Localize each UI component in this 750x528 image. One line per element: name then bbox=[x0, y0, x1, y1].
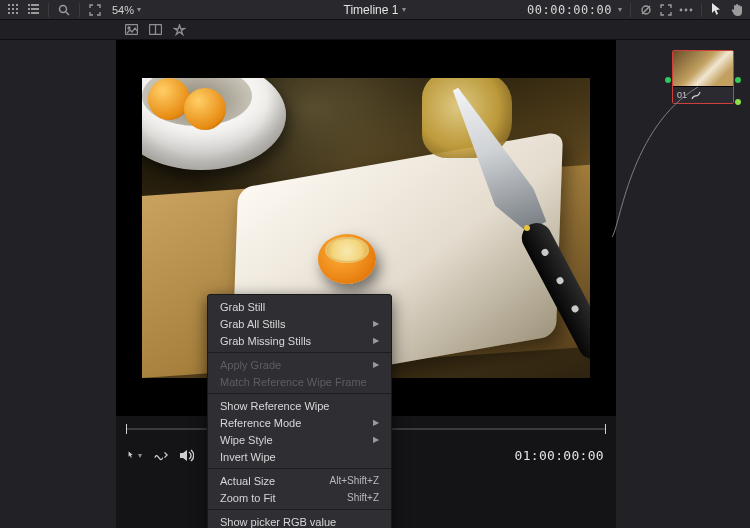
chevron-down-icon: ▾ bbox=[402, 5, 406, 14]
svg-line-16 bbox=[66, 12, 69, 15]
node-curve-icon bbox=[691, 91, 701, 100]
list-view-icon[interactable] bbox=[26, 3, 40, 17]
submenu-arrow-icon: ▶ bbox=[373, 319, 379, 328]
zoom-level[interactable]: 54% ▾ bbox=[112, 4, 141, 16]
menu-reference-mode[interactable]: Reference Mode▶ bbox=[208, 414, 391, 431]
svg-rect-12 bbox=[31, 4, 39, 6]
hand-tool-icon[interactable] bbox=[730, 3, 744, 17]
shortcut-label: Shift+Z bbox=[347, 492, 379, 503]
svg-point-15 bbox=[60, 5, 67, 12]
expand-icon[interactable] bbox=[659, 3, 673, 17]
menu-invert-wipe[interactable]: Invert Wipe bbox=[208, 448, 391, 465]
svg-rect-8 bbox=[16, 12, 18, 14]
chevron-down-icon[interactable]: ▾ bbox=[618, 5, 622, 14]
submenu-arrow-icon: ▶ bbox=[373, 360, 379, 369]
menu-zoom-to-fit[interactable]: Zoom to FitShift+Z bbox=[208, 489, 391, 506]
more-icon[interactable] bbox=[679, 3, 693, 17]
svg-rect-11 bbox=[28, 12, 30, 14]
svg-point-23 bbox=[128, 27, 130, 29]
node-input-dot[interactable] bbox=[665, 77, 671, 83]
source-timecode[interactable]: 01:00:00:00 bbox=[515, 448, 604, 463]
node-link-line bbox=[670, 87, 672, 287]
svg-rect-1 bbox=[12, 4, 14, 6]
search-icon[interactable] bbox=[57, 3, 71, 17]
left-gutter bbox=[0, 40, 116, 528]
chevron-down-icon: ▾ bbox=[138, 451, 142, 460]
svg-point-19 bbox=[680, 8, 683, 11]
menu-apply-grade: Apply Grade▶ bbox=[208, 356, 391, 373]
image-wipe-icon[interactable] bbox=[124, 23, 138, 37]
unmix-icon[interactable] bbox=[154, 448, 168, 462]
submenu-arrow-icon: ▶ bbox=[373, 418, 379, 427]
svg-rect-9 bbox=[28, 4, 30, 6]
menu-match-reference: Match Reference Wipe Frame bbox=[208, 373, 391, 390]
chevron-down-icon: ▾ bbox=[137, 5, 141, 14]
audio-icon[interactable] bbox=[180, 448, 194, 462]
node-key-output-dot[interactable] bbox=[735, 99, 741, 105]
menu-grab-all-stills[interactable]: Grab All Stills▶ bbox=[208, 315, 391, 332]
svg-rect-7 bbox=[12, 12, 14, 14]
menu-show-picker-rgb[interactable]: Show picker RGB value bbox=[208, 513, 391, 528]
svg-rect-14 bbox=[31, 12, 39, 14]
svg-point-21 bbox=[690, 8, 693, 11]
node-preview bbox=[673, 51, 733, 87]
shortcut-label: Alt+Shift+Z bbox=[330, 475, 379, 486]
node-graph[interactable]: 01 bbox=[616, 40, 750, 528]
fit-icon[interactable] bbox=[88, 3, 102, 17]
grid-view-icon[interactable] bbox=[6, 3, 20, 17]
svg-point-20 bbox=[685, 8, 688, 11]
qualifier-picker-icon[interactable]: ▾ bbox=[128, 448, 142, 462]
split-view-icon[interactable] bbox=[148, 23, 162, 37]
menu-grab-still[interactable]: Grab Still bbox=[208, 298, 391, 315]
viewer-timecode[interactable]: 00:00:00:00 bbox=[527, 3, 612, 17]
node-thumbnail[interactable]: 01 bbox=[672, 50, 734, 104]
zoom-value: 54% bbox=[112, 4, 134, 16]
menu-wipe-style[interactable]: Wipe Style▶ bbox=[208, 431, 391, 448]
submenu-arrow-icon: ▶ bbox=[373, 336, 379, 345]
submenu-arrow-icon: ▶ bbox=[373, 435, 379, 444]
viewer-topbar: 54% ▾ Timeline 1 ▾ 00:00:00:00 ▾ bbox=[0, 0, 750, 20]
svg-rect-5 bbox=[16, 8, 18, 10]
svg-rect-13 bbox=[31, 8, 39, 10]
svg-rect-6 bbox=[8, 12, 10, 14]
svg-rect-3 bbox=[8, 8, 10, 10]
viewer-context-menu: Grab Still Grab All Stills▶ Grab Missing… bbox=[207, 294, 392, 528]
svg-rect-2 bbox=[16, 4, 18, 6]
svg-rect-10 bbox=[28, 8, 30, 10]
viewer-subbar bbox=[0, 20, 750, 40]
bypass-icon[interactable] bbox=[639, 3, 653, 17]
pointer-tool-icon[interactable] bbox=[710, 3, 724, 17]
menu-grab-missing-stills[interactable]: Grab Missing Stills▶ bbox=[208, 332, 391, 349]
svg-rect-4 bbox=[12, 8, 14, 10]
highlight-icon[interactable] bbox=[172, 23, 186, 37]
timeline-title[interactable]: Timeline 1 ▾ bbox=[344, 3, 407, 17]
node-output-dot[interactable] bbox=[735, 77, 741, 83]
svg-rect-0 bbox=[8, 4, 10, 6]
menu-show-reference-wipe[interactable]: Show Reference Wipe bbox=[208, 397, 391, 414]
menu-actual-size[interactable]: Actual SizeAlt+Shift+Z bbox=[208, 472, 391, 489]
graph-source-dot[interactable] bbox=[524, 225, 530, 231]
timeline-name: Timeline 1 bbox=[344, 3, 399, 17]
